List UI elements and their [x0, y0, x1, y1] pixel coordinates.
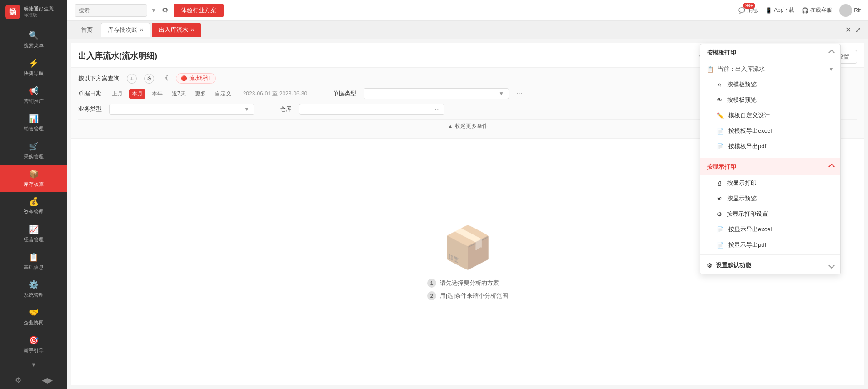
close-all-tabs-button[interactable]: ✕ — [845, 25, 851, 34]
sidebar-item-sales[interactable]: 📊 销售管理 — [0, 109, 67, 137]
sidebar-nav: 🔍 搜索菜单 ⚡ 快捷导航 📢 营销推广 📊 销售管理 🛒 采购管理 📦 库存核… — [0, 24, 67, 359]
dropdown-current-item[interactable]: 📋 当前：出入库流水 ▼ — [700, 61, 840, 77]
tab-area-actions: ✕ ⤢ — [845, 25, 861, 34]
sidebar-item-enterprise[interactable]: 🤝 企业协同 — [0, 303, 67, 331]
template-preview-icon: 👁 — [717, 97, 723, 104]
sidebar-item-operation[interactable]: 📈 经营管理 — [0, 220, 67, 248]
tab-close-batch[interactable]: × — [140, 27, 143, 33]
template-pdf-icon: 📄 — [717, 143, 724, 150]
display-print-icon: 🖨 — [717, 180, 723, 187]
dropdown-display-preview-item[interactable]: 👁 按显示预览 — [700, 191, 840, 206]
empty-step-1: 1 请先选择要分析的方案 — [427, 279, 508, 288]
dropdown-template-preview-item[interactable]: 👁 按模板预览 按模板预览 — [700, 92, 840, 108]
receipt-type-more-icon[interactable]: ··· — [516, 90, 522, 98]
display-preview-icon: 👁 — [717, 195, 723, 202]
maximize-button[interactable]: ⤢ — [855, 25, 861, 34]
app-download-button[interactable]: 📱 App下载 — [765, 6, 794, 14]
sidebar-item-guide[interactable]: 🎯 新手引导 — [0, 331, 67, 359]
date-more[interactable]: 更多 — [192, 89, 209, 99]
tabs-container: 首页 库存批次账 × 出入库流水 × — [75, 23, 845, 37]
date-current-year[interactable]: 本年 — [149, 89, 165, 99]
dropdown-display-excel-item[interactable]: 📄 按显示导出excel — [700, 222, 840, 237]
dropdown-header[interactable]: 按模板打印 — [700, 44, 840, 61]
warehouse-select[interactable]: ··· — [299, 104, 444, 115]
date-last-month[interactable]: 上月 — [109, 89, 125, 99]
warehouse-label: 仓库 — [280, 105, 292, 113]
sidebar-item-quick-nav[interactable]: ⚡ 快捷导航 — [0, 54, 67, 81]
dropdown-display-print-header[interactable]: 按显示打印 — [700, 158, 840, 175]
date-custom[interactable]: 自定义 — [212, 89, 234, 99]
template-excel-icon: 📄 — [717, 128, 724, 135]
empty-steps: 1 请先选择要分析的方案 2 用[选]条件来缩小分析范围 — [427, 279, 508, 300]
search-chevron-icon[interactable]: ▼ — [151, 7, 156, 14]
finance-icon: 💰 — [29, 197, 39, 207]
dropdown-divider-2 — [700, 254, 840, 255]
filter-tag-item[interactable]: 🔴 流水明细 — [176, 73, 216, 84]
date-range-display: 2023-06-01 至 2023-06-30 — [243, 90, 307, 98]
business-type-label: 业务类型 — [78, 105, 102, 113]
search-menu-icon: 🔍 — [29, 30, 39, 40]
filter-add-button[interactable]: + — [127, 74, 137, 84]
tab-inventory-flow[interactable]: 出入库流水 × — [152, 23, 201, 37]
username-label: Rit — [854, 7, 861, 14]
sidebar-item-marketing[interactable]: 📢 营销推广 — [0, 81, 67, 109]
app-download-icon: 📱 — [765, 7, 772, 14]
online-service-button[interactable]: 🎧 在线客服 — [802, 6, 832, 14]
trial-button[interactable]: 体验行业方案 — [174, 4, 224, 17]
tab-close-flow[interactable]: × — [191, 27, 194, 33]
sidebar-scroll-down[interactable]: ▼ — [0, 359, 67, 371]
dropdown-display-print-item[interactable]: 🖨 按显示打印 — [700, 175, 840, 191]
chevron-up-icon: ▲ — [448, 123, 453, 130]
purchase-icon: 🛒 — [29, 141, 39, 151]
sidebar-settings-btn[interactable]: ⚙ — [15, 376, 21, 384]
inventory-icon: 📦 — [29, 169, 39, 179]
sidebar-item-basic[interactable]: 📋 基础信息 — [0, 248, 67, 275]
date-7days[interactable]: 近7天 — [169, 89, 189, 99]
display-print-chevron-icon — [828, 164, 835, 170]
business-type-select[interactable]: ▼ — [109, 104, 254, 115]
business-type-chevron-icon: ▼ — [244, 106, 249, 112]
filter-settings-button[interactable]: ⚙ — [144, 74, 154, 84]
tab-batch-account[interactable]: 库存批次账 × — [101, 23, 150, 37]
quick-nav-icon: ⚡ — [29, 58, 39, 68]
headset-icon: 🎧 — [802, 7, 808, 14]
operation-icon: 📈 — [29, 224, 39, 234]
display-pdf-icon: 📄 — [717, 242, 724, 249]
date-current-month[interactable]: 本月 — [129, 89, 145, 99]
template-custom-icon: ✏️ — [717, 112, 724, 119]
filter-collapse-button[interactable]: 《 — [161, 74, 169, 83]
sidebar-item-search-menu[interactable]: 🔍 搜索菜单 — [0, 26, 67, 54]
receipt-type-label: 单据类型 — [333, 90, 356, 98]
current-item-chevron-icon: ▼ — [828, 66, 834, 72]
dropdown-default-settings-header[interactable]: ⚙ 设置默认功能 — [700, 257, 840, 274]
sidebar-collapse-btn[interactable]: ◀▶ — [42, 376, 53, 384]
sidebar-bottom: ⚙ ◀▶ — [0, 371, 67, 389]
dropdown-template-custom-item[interactable]: ✏️ 模板自定义设计 — [700, 108, 840, 123]
sidebar-item-inventory[interactable]: 📦 库存核算 — [0, 165, 67, 192]
sidebar-item-system[interactable]: ⚙️ 系统管理 — [0, 275, 67, 303]
display-excel-icon: 📄 — [717, 226, 724, 233]
dropdown-template-pdf-item[interactable]: 📄 按模板导出pdf — [700, 139, 840, 154]
dropdown-display-pdf-item[interactable]: 📄 按显示导出pdf — [700, 237, 840, 253]
sales-icon: 📊 — [29, 114, 39, 124]
dropdown-template-excel-item[interactable]: 📄 按模板导出excel — [700, 123, 840, 139]
dropdown-header-chevron-icon — [828, 50, 835, 56]
logo-icon: 畅 — [5, 5, 20, 19]
search-input[interactable] — [75, 4, 147, 17]
message-button[interactable]: 💬 消息 99+ — [738, 6, 758, 14]
topbar-right: 💬 消息 99+ 📱 App下载 🎧 在线客服 Rit — [738, 4, 861, 17]
default-settings-chevron-icon — [828, 262, 835, 269]
avatar — [839, 4, 852, 17]
page-title: 出入库流水(流水明细) — [78, 50, 157, 61]
receipt-type-select[interactable]: ▼ — [364, 88, 509, 99]
user-avatar-area[interactable]: Rit — [839, 4, 861, 17]
tab-home[interactable]: 首页 — [75, 23, 99, 37]
dropdown-template-print-item[interactable]: 🖨 按模板预览 — [700, 77, 840, 92]
enterprise-icon: 🤝 — [29, 308, 39, 318]
sidebar-item-purchase[interactable]: 🛒 采购管理 — [0, 137, 67, 165]
system-icon: ⚙️ — [29, 280, 39, 290]
topbar-gear-icon[interactable]: ⚙ — [162, 6, 168, 15]
sidebar-item-finance[interactable]: 💰 资金管理 — [0, 192, 67, 220]
filter-tag-icon: 🔴 — [181, 75, 187, 81]
dropdown-display-settings-item[interactable]: ⚙ 按显示打印设置 — [700, 206, 840, 222]
